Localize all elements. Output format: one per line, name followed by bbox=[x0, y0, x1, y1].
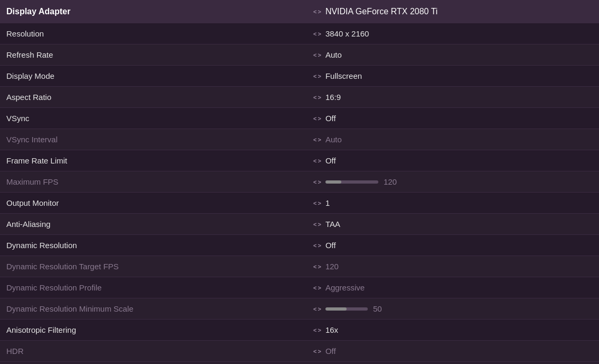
value-text-display-adapter: NVIDIA GeForce RTX 2080 Ti bbox=[325, 7, 438, 16]
settings-row-maximum-fps: Maximum FPS<>120 bbox=[0, 171, 599, 193]
right-arrow-maximum-fps[interactable]: > bbox=[317, 179, 321, 185]
left-arrow-anisotropic-filtering[interactable]: < bbox=[313, 327, 316, 333]
left-arrow-output-monitor[interactable]: < bbox=[313, 200, 316, 206]
value-text-display-mode: Fullscreen bbox=[325, 71, 362, 80]
settings-row-anisotropic-filtering: Anisotropic Filtering<>16x bbox=[0, 320, 599, 341]
slider-container-dynamic-resolution-minimum-scale: 50 bbox=[325, 304, 382, 313]
arrow-control-dynamic-resolution-target-fps[interactable]: <> bbox=[313, 263, 321, 270]
label-dynamic-resolution-target-fps: Dynamic Resolution Target FPS bbox=[0, 258, 307, 275]
right-arrow-hdr[interactable]: > bbox=[317, 348, 321, 354]
label-dynamic-resolution-profile: Dynamic Resolution Profile bbox=[0, 279, 307, 296]
value-text-dynamic-resolution-profile: Aggressive bbox=[325, 283, 365, 292]
left-arrow-dynamic-resolution-minimum-scale[interactable]: < bbox=[313, 306, 316, 312]
value-anisotropic-filtering[interactable]: <>16x bbox=[307, 321, 599, 339]
right-arrow-refresh-rate[interactable]: > bbox=[317, 52, 321, 58]
arrow-control-resolution[interactable]: <> bbox=[313, 31, 321, 37]
arrow-control-display-adapter[interactable]: <> bbox=[313, 8, 321, 15]
settings-row-vsync-interval: VSync Interval<>Auto bbox=[0, 129, 599, 150]
left-arrow-dynamic-resolution[interactable]: < bbox=[313, 242, 316, 249]
value-text-maximum-fps: 120 bbox=[384, 177, 397, 186]
right-arrow-anisotropic-filtering[interactable]: > bbox=[317, 327, 321, 333]
left-arrow-maximum-fps[interactable]: < bbox=[313, 179, 316, 185]
arrow-control-anti-aliasing[interactable]: <> bbox=[313, 221, 321, 228]
right-arrow-frame-rate-limit[interactable]: > bbox=[317, 158, 321, 164]
settings-row-dynamic-resolution-profile: Dynamic Resolution Profile<>Aggressive bbox=[0, 277, 599, 298]
arrow-control-display-mode[interactable]: <> bbox=[313, 73, 321, 79]
settings-row-display-adapter: Display Adapter<>NVIDIA GeForce RTX 2080… bbox=[0, 0, 599, 23]
value-hdr[interactable]: <>Off bbox=[307, 342, 599, 360]
arrow-control-maximum-fps[interactable]: <> bbox=[313, 179, 321, 185]
value-dynamic-resolution-minimum-scale[interactable]: <>50 bbox=[307, 300, 599, 317]
value-text-hdr: Off bbox=[325, 347, 336, 356]
right-arrow-dynamic-resolution-minimum-scale[interactable]: > bbox=[317, 306, 321, 312]
arrow-control-aspect-ratio[interactable]: <> bbox=[313, 94, 321, 101]
arrow-control-vsync[interactable]: <> bbox=[313, 115, 321, 122]
settings-row-dynamic-resolution: Dynamic Resolution<>Off bbox=[0, 235, 599, 256]
left-arrow-anti-aliasing[interactable]: < bbox=[313, 221, 316, 228]
arrow-control-refresh-rate[interactable]: <> bbox=[313, 52, 321, 58]
right-arrow-dynamic-resolution-profile[interactable]: > bbox=[317, 285, 321, 291]
right-arrow-output-monitor[interactable]: > bbox=[317, 200, 321, 206]
value-text-vsync-interval: Auto bbox=[325, 135, 342, 144]
right-arrow-dynamic-resolution[interactable]: > bbox=[317, 242, 321, 249]
value-dynamic-resolution[interactable]: <>Off bbox=[307, 236, 599, 254]
label-hdr: HDR bbox=[0, 342, 307, 360]
value-display-mode[interactable]: <>Fullscreen bbox=[307, 67, 599, 85]
settings-row-output-monitor: Output Monitor<>1 bbox=[0, 193, 599, 214]
value-text-aspect-ratio: 16:9 bbox=[325, 93, 341, 102]
left-arrow-aspect-ratio[interactable]: < bbox=[313, 94, 316, 101]
left-arrow-dynamic-resolution-profile[interactable]: < bbox=[313, 285, 316, 291]
right-arrow-resolution[interactable]: > bbox=[317, 31, 321, 37]
left-arrow-refresh-rate[interactable]: < bbox=[313, 52, 316, 58]
right-arrow-vsync[interactable]: > bbox=[317, 115, 321, 122]
value-text-frame-rate-limit: Off bbox=[325, 156, 336, 165]
settings-row-dynamic-resolution-minimum-scale: Dynamic Resolution Minimum Scale<>50 bbox=[0, 298, 599, 320]
right-arrow-dynamic-resolution-target-fps[interactable]: > bbox=[317, 263, 321, 270]
left-arrow-vsync-interval[interactable]: < bbox=[313, 136, 316, 143]
value-vsync[interactable]: <>Off bbox=[307, 110, 599, 127]
value-dynamic-resolution-profile[interactable]: <>Aggressive bbox=[307, 279, 599, 296]
right-arrow-display-mode[interactable]: > bbox=[317, 73, 321, 79]
right-arrow-aspect-ratio[interactable]: > bbox=[317, 94, 321, 101]
value-vsync-interval[interactable]: <>Auto bbox=[307, 131, 599, 148]
slider-fill-dynamic-resolution-minimum-scale bbox=[325, 307, 347, 311]
value-maximum-fps[interactable]: <>120 bbox=[307, 173, 599, 190]
left-arrow-dynamic-resolution-target-fps[interactable]: < bbox=[313, 263, 316, 270]
right-arrow-anti-aliasing[interactable]: > bbox=[317, 221, 321, 228]
value-frame-rate-limit[interactable]: <>Off bbox=[307, 152, 599, 169]
value-refresh-rate[interactable]: <>Auto bbox=[307, 46, 599, 63]
left-arrow-hdr[interactable]: < bbox=[313, 348, 316, 354]
value-display-adapter[interactable]: <>NVIDIA GeForce RTX 2080 Ti bbox=[307, 3, 599, 21]
slider-fill-maximum-fps bbox=[325, 180, 341, 184]
arrow-control-output-monitor[interactable]: <> bbox=[313, 200, 321, 206]
left-arrow-frame-rate-limit[interactable]: < bbox=[313, 158, 316, 164]
settings-row-vsync: VSync<>Off bbox=[0, 108, 599, 129]
label-vsync: VSync bbox=[0, 110, 307, 127]
label-refresh-rate: Refresh Rate bbox=[0, 46, 307, 63]
arrow-control-dynamic-resolution-profile[interactable]: <> bbox=[313, 285, 321, 291]
left-arrow-display-adapter[interactable]: < bbox=[313, 8, 316, 15]
value-output-monitor[interactable]: <>1 bbox=[307, 194, 599, 212]
arrow-control-anisotropic-filtering[interactable]: <> bbox=[313, 327, 321, 333]
slider-bar-dynamic-resolution-minimum-scale bbox=[325, 307, 368, 311]
arrow-control-dynamic-resolution[interactable]: <> bbox=[313, 242, 321, 249]
arrow-control-frame-rate-limit[interactable]: <> bbox=[313, 158, 321, 164]
value-dynamic-resolution-target-fps[interactable]: <>120 bbox=[307, 258, 599, 275]
label-display-adapter: Display Adapter bbox=[0, 3, 307, 21]
right-arrow-display-adapter[interactable]: > bbox=[317, 8, 321, 15]
left-arrow-display-mode[interactable]: < bbox=[313, 73, 316, 79]
arrow-control-hdr[interactable]: <> bbox=[313, 348, 321, 354]
label-dynamic-resolution: Dynamic Resolution bbox=[0, 236, 307, 254]
label-anisotropic-filtering: Anisotropic Filtering bbox=[0, 321, 307, 339]
value-anti-aliasing[interactable]: <>TAA bbox=[307, 215, 599, 233]
value-text-refresh-rate: Auto bbox=[325, 50, 342, 59]
arrow-control-dynamic-resolution-minimum-scale[interactable]: <> bbox=[313, 306, 321, 312]
left-arrow-vsync[interactable]: < bbox=[313, 115, 316, 122]
right-arrow-vsync-interval[interactable]: > bbox=[317, 136, 321, 143]
value-resolution[interactable]: <>3840 x 2160 bbox=[307, 25, 599, 42]
arrow-control-vsync-interval[interactable]: <> bbox=[313, 136, 321, 143]
label-anti-aliasing: Anti-Aliasing bbox=[0, 215, 307, 233]
label-resolution: Resolution bbox=[0, 25, 307, 42]
left-arrow-resolution[interactable]: < bbox=[313, 31, 316, 37]
value-aspect-ratio[interactable]: <>16:9 bbox=[307, 88, 599, 106]
